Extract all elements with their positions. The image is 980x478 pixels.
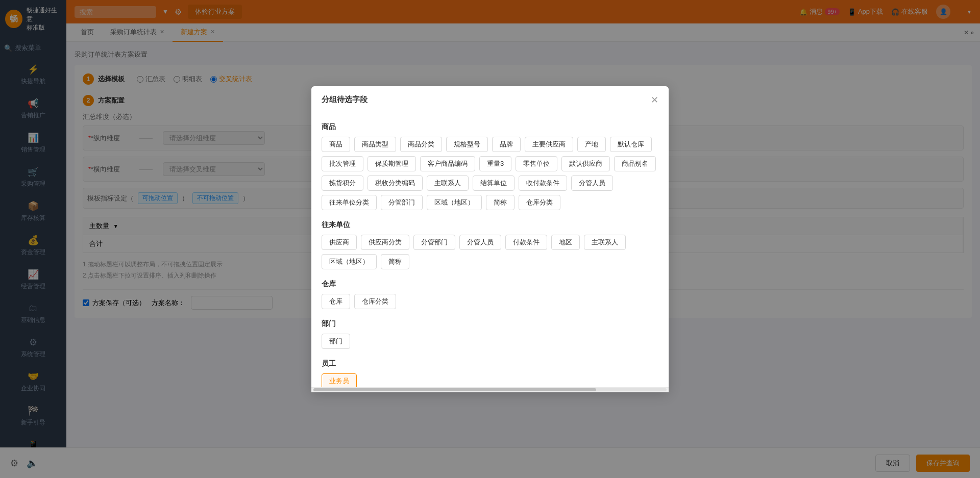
field-tag-spec-type[interactable]: 规格型号 bbox=[446, 137, 488, 152]
field-tag-default-supplier[interactable]: 默认供应商 bbox=[561, 156, 610, 171]
field-tag-pickup-points[interactable]: 拣货积分 bbox=[322, 175, 363, 191]
field-tag-dept-item[interactable]: 部门 bbox=[322, 334, 350, 349]
field-tag-short-name[interactable]: 简称 bbox=[486, 195, 514, 210]
field-tag-dept[interactable]: 分管部门 bbox=[413, 235, 455, 250]
field-section-title-goods: 商品 bbox=[322, 122, 665, 132]
field-tag-pay-terms[interactable]: 付款条件 bbox=[505, 235, 547, 250]
field-tag-batch-mgmt[interactable]: 批次管理 bbox=[322, 156, 363, 171]
field-tag-customer-code[interactable]: 客户商品编码 bbox=[420, 156, 475, 171]
field-tag-warehouse-cat[interactable]: 仓库分类 bbox=[519, 195, 560, 210]
field-tags-employee: 业务员 bbox=[322, 373, 665, 387]
field-tag-retail-unit[interactable]: 零售单位 bbox=[516, 156, 557, 171]
field-section-goods: 商品商品商品类型商品分类规格型号品牌主要供应商产地默认仓库批次管理保质期管理客户… bbox=[322, 122, 665, 210]
field-tag-dept-person[interactable]: 分管人员 bbox=[459, 235, 501, 250]
field-tag-wh-cat[interactable]: 仓库分类 bbox=[354, 294, 396, 309]
field-tag-goods-alias[interactable]: 商品别名 bbox=[614, 156, 656, 171]
field-tag-supplier-cat[interactable]: 供应商分类 bbox=[361, 235, 409, 250]
field-tag-payment-terms[interactable]: 收付款条件 bbox=[519, 175, 567, 191]
modal-body[interactable]: 商品商品商品类型商品分类规格型号品牌主要供应商产地默认仓库批次管理保质期管理客户… bbox=[311, 114, 669, 387]
field-section-title-warehouse: 仓库 bbox=[322, 280, 665, 289]
field-section-partner: 往来单位供应商供应商分类分管部门分管人员付款条件地区主联系人区域（地区）简称 bbox=[322, 220, 665, 269]
field-tags-department: 部门 bbox=[322, 334, 665, 349]
field-tags-warehouse: 仓库仓库分类 bbox=[322, 294, 665, 309]
field-tag-goods[interactable]: 商品 bbox=[322, 137, 350, 152]
field-tag-quality-mgmt[interactable]: 保质期管理 bbox=[368, 156, 416, 171]
field-tag-tax-code[interactable]: 税收分类编码 bbox=[368, 175, 423, 191]
field-tag-area[interactable]: 地区 bbox=[551, 235, 580, 250]
field-tag-salesperson[interactable]: 业务员 bbox=[322, 373, 357, 387]
modal-title: 分组待选字段 bbox=[322, 95, 368, 105]
field-tag-weight3[interactable]: 重量3 bbox=[479, 156, 511, 171]
field-section-title-department: 部门 bbox=[322, 319, 665, 329]
field-tag-p-short[interactable]: 简称 bbox=[381, 254, 409, 269]
field-tag-main-contact[interactable]: 主联系人 bbox=[427, 175, 469, 191]
field-tag-brand[interactable]: 品牌 bbox=[492, 137, 521, 152]
field-tag-wh[interactable]: 仓库 bbox=[322, 294, 350, 309]
field-tag-source-unit-cat[interactable]: 往来单位分类 bbox=[322, 195, 377, 210]
field-tag-default-warehouse[interactable]: 默认仓库 bbox=[610, 137, 652, 152]
field-tag-p-region[interactable]: 区域（地区） bbox=[322, 254, 377, 269]
field-tags-goods: 商品商品类型商品分类规格型号品牌主要供应商产地默认仓库批次管理保质期管理客户商品… bbox=[322, 137, 665, 210]
field-section-title-partner: 往来单位 bbox=[322, 220, 665, 230]
field-section-employee: 员工业务员 bbox=[322, 359, 665, 387]
field-tag-settle-unit[interactable]: 结算单位 bbox=[473, 175, 514, 191]
field-tags-partner: 供应商供应商分类分管部门分管人员付款条件地区主联系人区域（地区）简称 bbox=[322, 235, 665, 269]
modal-close-button[interactable]: ✕ bbox=[651, 94, 658, 106]
field-tag-region-locale[interactable]: 区域（地区） bbox=[427, 195, 482, 210]
field-tag-goods-category[interactable]: 商品分类 bbox=[400, 137, 442, 152]
field-section-warehouse: 仓库仓库仓库分类 bbox=[322, 280, 665, 309]
field-tag-main-supplier[interactable]: 主要供应商 bbox=[525, 137, 573, 152]
field-section-department: 部门部门 bbox=[322, 319, 665, 349]
modal-horizontal-scrollbar[interactable] bbox=[311, 387, 669, 392]
field-tag-mgmt-dept[interactable]: 分管部门 bbox=[381, 195, 423, 210]
modal: 分组待选字段 ✕ 商品商品商品类型商品分类规格型号品牌主要供应商产地默认仓库批次… bbox=[311, 86, 669, 392]
field-section-title-employee: 员工 bbox=[322, 359, 665, 368]
field-tag-contact[interactable]: 主联系人 bbox=[584, 235, 626, 250]
field-tag-manager[interactable]: 分管人员 bbox=[571, 175, 613, 191]
modal-header: 分组待选字段 ✕ bbox=[311, 86, 669, 114]
field-tag-goods-type[interactable]: 商品类型 bbox=[354, 137, 396, 152]
field-tag-origin[interactable]: 产地 bbox=[577, 137, 606, 152]
field-tag-supplier[interactable]: 供应商 bbox=[322, 235, 357, 250]
